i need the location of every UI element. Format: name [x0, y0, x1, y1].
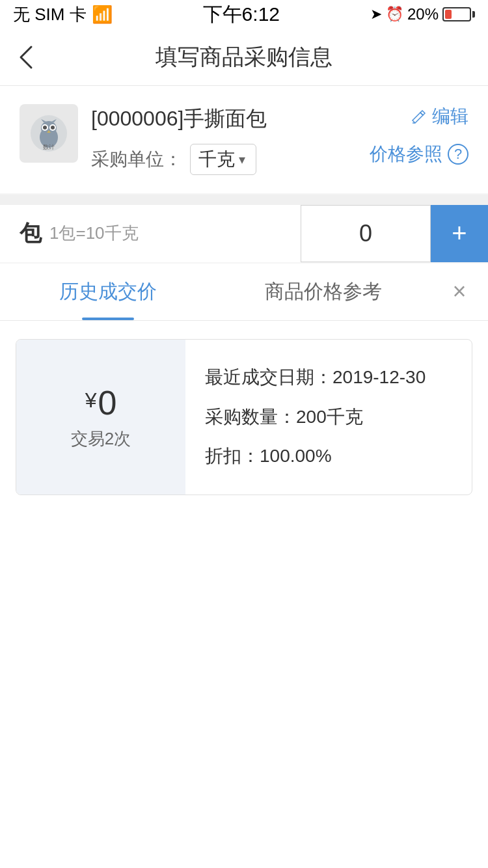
status-bar: 无 SIM 卡 📶 下午6:12 ➤ ⏰ 20% [0, 0, 488, 29]
purchase-qty-value: 200千克 [296, 407, 363, 427]
quantity-left: 包 1包=10千克 [0, 219, 139, 249]
price-ref-label: 价格参照 [370, 142, 442, 167]
price-transactions: 交易2次 [71, 427, 131, 450]
purchase-qty-row: 采购数量：200千克 [205, 403, 452, 432]
tab-product-price-reference[interactable]: 商品价格参考 [215, 263, 431, 320]
battery-icon [442, 7, 475, 21]
quantity-input[interactable]: 0 [301, 205, 431, 262]
unit-label: 采购单位： [91, 147, 182, 172]
bottom-area [0, 513, 488, 868]
purchase-qty-label: 采购数量： [205, 407, 296, 427]
tab-historical-price[interactable]: 历史成交价 [0, 263, 215, 320]
tab-price-reference-label: 商品价格参考 [265, 278, 382, 305]
close-icon: × [452, 278, 466, 305]
tab-content: ¥ 0 交易2次 最近成交日期：2019-12-30 采购数量：200千克 折扣… [0, 321, 488, 513]
product-info: [0000006]手撕面包 采购单位： 千克 ▾ [91, 104, 267, 175]
price-value: 0 [98, 383, 116, 422]
status-left: 无 SIM 卡 📶 [13, 3, 113, 26]
price-amount: ¥ 0 [85, 383, 117, 422]
price-currency-symbol: ¥ [85, 388, 97, 413]
wifi-icon: 📶 [92, 5, 113, 25]
tab-active-indicator [82, 318, 134, 320]
quantity-plus-button[interactable]: + [431, 205, 488, 262]
plus-icon: + [452, 219, 467, 248]
tabs-header: 历史成交价 商品价格参考 × [0, 264, 488, 321]
product-thumbnail: 数计 [20, 104, 78, 163]
tabs-section: 历史成交价 商品价格参考 × ¥ 0 交易2次 最近成交日期：2019-12-3… [0, 264, 488, 513]
status-right: ➤ ⏰ 20% [370, 5, 475, 23]
product-name: [0000006]手撕面包 [91, 104, 267, 133]
unit-select-arrow-icon: ▾ [239, 152, 245, 167]
back-button[interactable] [18, 44, 34, 70]
product-section: 数计 [0000006]手撕面包 采购单位： 千克 ▾ [0, 86, 488, 193]
status-time: 下午6:12 [203, 1, 280, 28]
edit-button[interactable]: 编辑 [410, 104, 468, 129]
price-card-left: ¥ 0 交易2次 [16, 340, 185, 495]
price-card: ¥ 0 交易2次 最近成交日期：2019-12-30 采购数量：200千克 折扣… [16, 339, 472, 495]
svg-point-6 [51, 126, 55, 129]
nav-bar: 填写商品采购信息 [0, 29, 488, 86]
page-title: 填写商品采购信息 [156, 42, 332, 72]
quantity-section: 包 1包=10千克 0 + [0, 205, 488, 262]
discount-value: 100.00% [260, 446, 332, 466]
price-reference-button[interactable]: 价格参照 ? [370, 142, 468, 167]
quantity-conversion: 1包=10千克 [49, 222, 139, 245]
unit-value: 千克 [198, 147, 235, 172]
sim-status: 无 SIM 卡 [13, 3, 87, 26]
recent-date-label: 最近成交日期： [205, 367, 332, 387]
svg-text:数计: 数计 [43, 144, 55, 150]
battery-percent: 20% [407, 5, 439, 23]
unit-select[interactable]: 千克 ▾ [190, 144, 256, 175]
edit-icon [410, 107, 428, 126]
quantity-unit-badge: 包 [20, 219, 42, 249]
alarm-icon: ⏰ [386, 6, 403, 23]
discount-label: 折扣： [205, 446, 260, 466]
recent-date-value: 2019-12-30 [332, 367, 426, 387]
quantity-value: 0 [359, 220, 372, 247]
section-divider [0, 195, 488, 205]
quantity-right: 0 + [301, 205, 488, 262]
location-icon: ➤ [370, 6, 382, 23]
svg-point-5 [43, 126, 47, 129]
discount-row: 折扣：100.00% [205, 442, 452, 471]
recent-date-row: 最近成交日期：2019-12-30 [205, 363, 452, 392]
price-ref-question-icon: ? [448, 144, 468, 165]
tab-close-button[interactable]: × [431, 263, 488, 320]
tab-historical-price-label: 历史成交价 [59, 278, 157, 305]
price-card-right: 最近成交日期：2019-12-30 采购数量：200千克 折扣：100.00% [185, 340, 472, 495]
owl-logo-icon: 数计 [29, 114, 68, 153]
edit-label: 编辑 [432, 104, 468, 129]
